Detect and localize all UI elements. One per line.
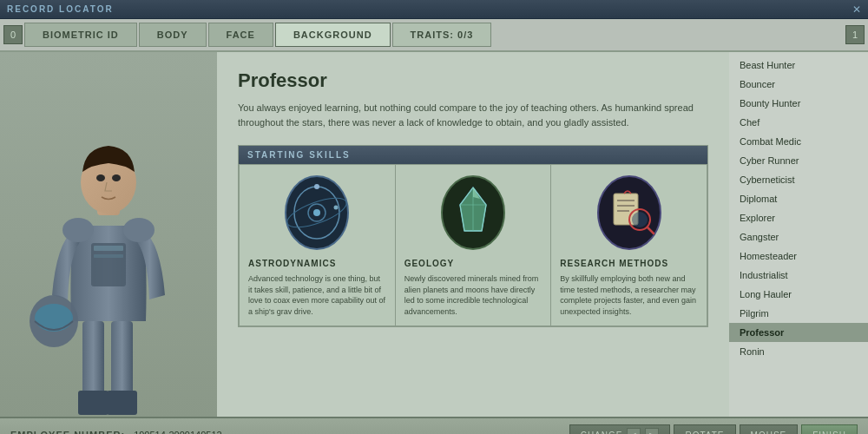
bottom-buttons: CHANGE ◄ ► ROTATE MOUSE FINISH — [569, 424, 858, 434]
center-panel: Professor You always enjoyed learning, b… — [217, 52, 729, 417]
skill-desc-1: Newly discovered minerals mined from ali… — [404, 273, 542, 317]
finish-label: FINISH — [812, 431, 846, 435]
change-label: CHANGE — [581, 431, 623, 435]
bg-list-item-ronin[interactable]: Ronin — [729, 342, 868, 361]
skill-name-0: ASTRODYNAMICS — [248, 259, 386, 268]
skill-desc-2: By skillfully employing both new and tim… — [560, 273, 698, 317]
background-description: You always enjoyed learning, but nothing… — [238, 101, 708, 129]
bg-list-item-long-hauler[interactable]: Long Hauler — [729, 285, 868, 304]
tab-face[interactable]: FACE — [208, 23, 273, 47]
skill-desc-0: Advanced technology is one thing, but it… — [248, 273, 386, 317]
bg-list-item-cyber-runner[interactable]: Cyber Runner — [729, 151, 868, 170]
skills-grid: ASTRODYNAMICS Advanced technology is one… — [239, 164, 707, 326]
research-svg — [595, 174, 664, 251]
bg-list-item-diplomat[interactable]: Diplomat — [729, 189, 868, 208]
main-content: Professor You always enjoyed learning, b… — [0, 52, 868, 417]
svg-rect-5 — [94, 246, 123, 251]
skill-card-astrodynamics: ASTRODYNAMICS Advanced technology is one… — [240, 165, 395, 326]
svg-point-20 — [314, 184, 319, 189]
svg-point-21 — [334, 206, 339, 210]
bg-list-item-explorer[interactable]: Explorer — [729, 208, 868, 227]
svg-rect-3 — [107, 391, 137, 415]
svg-point-18 — [313, 209, 320, 216]
svg-rect-6 — [94, 254, 123, 258]
character-panel — [0, 52, 217, 417]
backgrounds-list: Beast HunterBouncerBounty HunterChefComb… — [729, 52, 868, 417]
change-next-arrow[interactable]: ► — [645, 428, 659, 434]
rotate-label: ROTATE — [685, 431, 724, 435]
svg-point-8 — [123, 218, 155, 242]
skill-card-geology: GEOLOGY Newly discovered minerals mined … — [396, 165, 551, 326]
svg-point-7 — [62, 218, 94, 242]
nav-right-arrow[interactable]: 1 — [845, 25, 865, 44]
character-svg — [17, 69, 200, 417]
svg-point-34 — [632, 212, 648, 227]
bg-list-item-cyberneticist[interactable]: Cyberneticist — [729, 170, 868, 189]
rotate-button[interactable]: ROTATE — [674, 424, 735, 434]
tab-traits[interactable]: TRAITS: 0/3 — [392, 23, 492, 47]
astrodynamics-svg — [282, 174, 352, 251]
bg-list-item-combat-medic[interactable]: Combat Medic — [729, 132, 868, 151]
mouse-label: MOUSE — [751, 431, 787, 435]
background-title: Professor — [238, 69, 708, 92]
bg-list-item-pilgrim[interactable]: Pilgrim — [729, 304, 868, 323]
skill-name-1: GEOLOGY — [404, 259, 542, 268]
mouse-button[interactable]: MOUSE — [740, 424, 799, 434]
bg-list-item-homesteader[interactable]: Homesteader — [729, 247, 868, 266]
skill-icon-geology — [404, 174, 542, 252]
svg-point-11 — [96, 174, 105, 181]
bg-list-item-bounty-hunter[interactable]: Bounty Hunter — [729, 94, 868, 113]
finish-button[interactable]: FINISH — [801, 424, 858, 434]
geology-svg — [438, 174, 508, 251]
tab-biometric-id[interactable]: BIOMETRIC ID — [24, 23, 137, 47]
skill-card-research: RESEARCH METHODS By skillfully employing… — [551, 165, 707, 326]
bg-list-item-gangster[interactable]: Gangster — [729, 227, 868, 247]
skill-name-2: RESEARCH METHODS — [560, 259, 698, 268]
change-prev-arrow[interactable]: ◄ — [627, 428, 641, 434]
close-icon[interactable]: ✕ — [852, 3, 861, 16]
nav-left-arrow[interactable]: 0 — [3, 25, 23, 44]
bg-list-item-professor[interactable]: Professor — [729, 323, 868, 342]
svg-point-12 — [112, 174, 121, 181]
character-display — [0, 52, 217, 417]
svg-point-14 — [35, 304, 73, 332]
change-button[interactable]: CHANGE ◄ ► — [569, 424, 671, 434]
svg-rect-2 — [78, 391, 108, 415]
skill-icon-astrodynamics — [248, 174, 386, 252]
tab-body[interactable]: BODY — [139, 23, 207, 47]
nav-tabs: 0 BIOMETRIC ID BODY FACE BACKGROUND TRAI… — [0, 19, 868, 52]
skills-header: STARTING SKILLS — [239, 146, 707, 164]
bottom-bar: EMPLOYEE NUMBER: 190514-2009140512 CHANG… — [0, 417, 868, 434]
bg-list-item-bouncer[interactable]: Bouncer — [729, 75, 868, 94]
bg-list-item-beast-hunter[interactable]: Beast Hunter — [729, 56, 868, 75]
employee-label: EMPLOYEE NUMBER: — [10, 430, 125, 434]
employee-number: 190514-2009140512 — [134, 430, 222, 434]
tab-background[interactable]: BACKGROUND — [275, 23, 391, 47]
bg-list-item-industrialist[interactable]: Industrialist — [729, 266, 868, 285]
bg-list-item-chef[interactable]: Chef — [729, 113, 868, 132]
skills-section: STARTING SKILLS — [238, 145, 708, 327]
window-title: RECORD LOCATOR — [7, 4, 114, 14]
top-bar: RECORD LOCATOR ✕ — [0, 0, 868, 19]
skill-icon-research — [560, 174, 698, 252]
